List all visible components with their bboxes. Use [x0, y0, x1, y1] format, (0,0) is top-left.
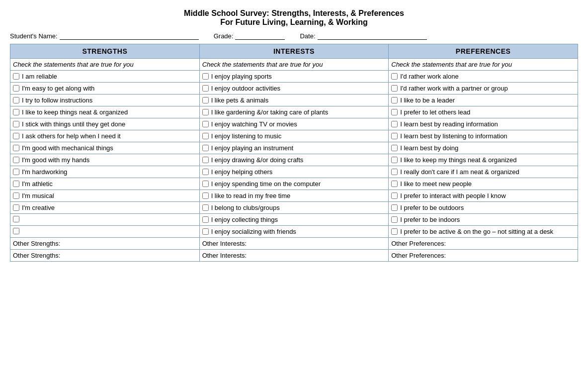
strength-checkbox[interactable] — [13, 145, 19, 151]
instruction-row: Check the statements that are true for y… — [10, 59, 578, 71]
interest-label: I enjoy listening to music — [211, 132, 282, 140]
strength-checkbox[interactable] — [13, 193, 19, 199]
checkbox-item: I ask others for help when I need it — [13, 132, 197, 140]
preference-checkbox[interactable] — [391, 73, 398, 80]
interest-checkbox[interactable] — [202, 109, 209, 115]
interests-cell: I enjoy listening to music — [199, 130, 389, 142]
checkbox-item: I'm musical — [13, 192, 197, 200]
table-row: I like to keep things neat & organizedI … — [10, 106, 578, 118]
strength-checkbox[interactable] — [13, 121, 19, 127]
strength-label: I'm creative — [22, 204, 55, 211]
strength-label: I'm hardworking — [22, 168, 67, 176]
interests-cell: I enjoy playing sports — [199, 71, 389, 83]
grade-line — [235, 32, 285, 40]
checkbox-item: I like gardening &/or taking care of pla… — [202, 108, 386, 116]
checkbox-item: I enjoy drawing &/or doing crafts — [202, 156, 386, 164]
interest-checkbox[interactable] — [202, 73, 209, 80]
preference-checkbox[interactable] — [391, 204, 398, 211]
table-row: I ask others for help when I need itI en… — [10, 130, 578, 142]
strength-checkbox[interactable] — [13, 204, 19, 211]
preferences-cell: I prefer to be indoors — [389, 214, 578, 226]
checkbox-item: I like to read in my free time — [202, 192, 386, 200]
checkbox-item: I prefer to be active & on the go – not … — [391, 227, 575, 236]
preference-checkbox[interactable] — [391, 181, 398, 187]
interest-checkbox[interactable] — [202, 181, 209, 187]
interest-checkbox[interactable] — [202, 193, 209, 199]
strength-label: I ask others for help when I need it — [22, 132, 121, 140]
interests-cell: I belong to clubs/groups — [199, 202, 389, 214]
interests-cell: I enjoy watching TV or movies — [199, 118, 389, 130]
preferences-cell: I'd rather work with a partner or group — [389, 83, 578, 95]
preference-checkbox[interactable] — [391, 169, 398, 175]
checkbox-item: I learn best by listening to information — [391, 132, 575, 140]
preference-checkbox[interactable] — [391, 157, 398, 163]
interest-label: I enjoy collecting things — [211, 216, 278, 223]
preference-label: I really don't care if I am neat & organ… — [400, 168, 519, 176]
interest-label: I like gardening &/or taking care of pla… — [211, 108, 329, 116]
interest-checkbox[interactable] — [202, 157, 209, 163]
strengths-cell: I stick with things until they get done — [10, 118, 200, 130]
strengths-cell: I'm creative — [10, 202, 200, 214]
interest-checkbox[interactable] — [202, 204, 209, 211]
strength-checkbox[interactable] — [13, 216, 19, 222]
table-row: I'm good with my handsI enjoy drawing &/… — [10, 154, 578, 166]
strength-checkbox[interactable] — [13, 181, 19, 187]
preference-checkbox[interactable] — [391, 85, 398, 92]
preference-checkbox[interactable] — [391, 97, 398, 103]
checkbox-item: I enjoy watching TV or movies — [202, 120, 386, 128]
interests-cell: I enjoy socializing with friends — [199, 226, 389, 238]
checkbox-item: I prefer to interact with people I know — [391, 192, 575, 200]
strength-checkbox[interactable] — [13, 73, 19, 80]
table-row: I enjoy socializing with friendsI prefer… — [10, 226, 578, 238]
strength-label: I like to keep things neat & organized — [22, 108, 128, 116]
preference-label: I like to meet new people — [400, 180, 472, 188]
strengths-cell: I'm hardworking — [10, 166, 200, 178]
preference-checkbox[interactable] — [391, 228, 398, 235]
checkbox-item: I'd rather work alone — [391, 72, 575, 81]
interest-checkbox[interactable] — [202, 216, 209, 223]
interest-label: I enjoy playing sports — [211, 73, 272, 80]
strength-checkbox[interactable] — [13, 133, 19, 139]
preference-label: I learn best by doing — [400, 144, 458, 152]
interest-checkbox[interactable] — [202, 228, 209, 235]
preference-checkbox[interactable] — [391, 109, 398, 115]
checkbox-item: I like to be a leader — [391, 96, 575, 104]
name-line — [60, 32, 199, 40]
checkbox-item: I prefer to be outdoors — [391, 203, 575, 212]
other-preferences-cell: Other Preferences: — [389, 238, 578, 250]
checkbox-item: I'm good with my hands — [13, 156, 197, 164]
preference-label: I'd rather work alone — [400, 73, 458, 80]
strength-checkbox[interactable] — [13, 228, 19, 234]
interest-checkbox[interactable] — [202, 85, 209, 92]
preference-label: I prefer to be active & on the go – not … — [400, 228, 553, 235]
strength-checkbox[interactable] — [13, 97, 19, 103]
instruction-preferences: Check the statements that are true for y… — [389, 59, 578, 71]
interests-cell: I enjoy playing an instrument — [199, 142, 389, 154]
strengths-cell: I ask others for help when I need it — [10, 130, 200, 142]
interest-checkbox[interactable] — [202, 121, 209, 127]
preferences-cell: I like to keep my things neat & organize… — [389, 154, 578, 166]
preference-checkbox[interactable] — [391, 193, 398, 199]
strength-checkbox[interactable] — [13, 169, 19, 175]
interest-checkbox[interactable] — [202, 97, 209, 103]
preference-checkbox[interactable] — [391, 145, 398, 151]
interest-label: I belong to clubs/groups — [211, 204, 280, 211]
strengths-cell: I like to keep things neat & organized — [10, 106, 200, 118]
interest-checkbox[interactable] — [202, 169, 209, 175]
preference-checkbox[interactable] — [391, 121, 398, 127]
preference-label: I prefer to interact with people I know — [400, 192, 505, 199]
preference-checkbox[interactable] — [391, 133, 398, 139]
interest-label: I like pets & animals — [211, 97, 269, 104]
preferences-cell: I prefer to be active & on the go – not … — [389, 226, 578, 238]
strengths-cell: I try to follow instructions — [10, 95, 200, 106]
strength-checkbox[interactable] — [13, 157, 19, 163]
interest-checkbox[interactable] — [202, 133, 209, 139]
preference-checkbox[interactable] — [391, 216, 398, 223]
strength-checkbox[interactable] — [13, 85, 19, 92]
strength-checkbox[interactable] — [13, 109, 19, 115]
col-header-preferences: PREFERENCES — [389, 44, 578, 59]
interest-label: I enjoy watching TV or movies — [211, 120, 297, 128]
preference-label: I learn best by reading information — [400, 120, 498, 128]
checkbox-item: I'm athletic — [13, 180, 197, 188]
interest-checkbox[interactable] — [202, 145, 209, 151]
